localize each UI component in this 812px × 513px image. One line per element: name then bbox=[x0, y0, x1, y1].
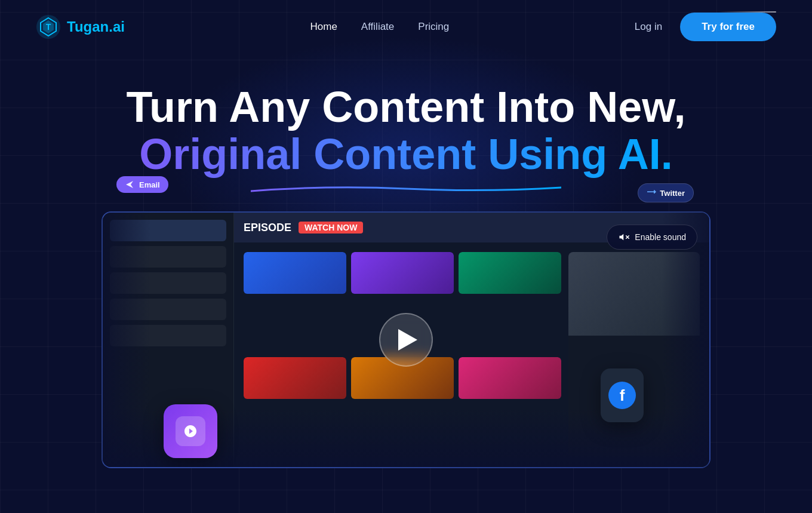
sidebar-item-4 bbox=[110, 299, 226, 320]
enable-sound-label: Enable sound bbox=[635, 232, 686, 242]
nav-link-home[interactable]: Home bbox=[310, 21, 337, 32]
video-header-text: EPISODE bbox=[244, 222, 291, 234]
video-header-highlight: WATCH NOW bbox=[299, 222, 363, 234]
muted-icon bbox=[618, 231, 630, 243]
badge-twitter: ⭢ Twitter bbox=[638, 183, 694, 202]
video-inner: EPISODE WATCH NOW bbox=[103, 213, 709, 467]
nav-links: Home Affiliate Pricing bbox=[310, 21, 449, 33]
face-panel bbox=[568, 252, 700, 336]
sidebar-item-1 bbox=[110, 220, 226, 241]
enable-sound-button[interactable]: Enable sound bbox=[607, 225, 697, 250]
thumb-5 bbox=[351, 357, 454, 457]
nav-item-home[interactable]: Home bbox=[310, 21, 337, 33]
thumb-1 bbox=[244, 252, 346, 352]
speaker-muted-icon bbox=[619, 232, 629, 242]
video-wrapper: EPISODE WATCH NOW bbox=[0, 193, 812, 468]
thumb-3 bbox=[459, 252, 561, 352]
login-button[interactable]: Log in bbox=[635, 21, 662, 33]
sidebar-item-2 bbox=[110, 246, 226, 268]
floating-app-badge bbox=[164, 404, 217, 458]
nav-link-pricing[interactable]: Pricing bbox=[418, 21, 449, 32]
badge-email-label: Email bbox=[139, 180, 160, 189]
facebook-icon: f bbox=[608, 382, 636, 409]
logo-icon: T bbox=[36, 14, 61, 39]
right-panel bbox=[568, 252, 700, 457]
navbar: T Tugan.ai Home Affiliate Pricing Log in… bbox=[0, 0, 812, 54]
hero-section: Turn Any Content Into New, Original Cont… bbox=[0, 54, 812, 193]
video-section: EPISODE WATCH NOW bbox=[102, 211, 710, 468]
hero-title: Turn Any Content Into New, Original Cont… bbox=[0, 84, 812, 178]
svg-text:T: T bbox=[46, 22, 51, 32]
main-panel: EPISODE WATCH NOW bbox=[234, 213, 709, 467]
app-inner-icon bbox=[183, 424, 198, 438]
play-button[interactable] bbox=[379, 313, 433, 367]
badge-email: Email bbox=[116, 176, 168, 193]
floating-facebook-badge: f bbox=[601, 368, 644, 422]
play-triangle-icon bbox=[398, 329, 417, 351]
nav-item-pricing[interactable]: Pricing bbox=[418, 21, 449, 33]
nav-item-affiliate[interactable]: Affiliate bbox=[361, 21, 394, 33]
hero-underline bbox=[251, 183, 561, 193]
logo-text: Tugan.ai bbox=[67, 19, 125, 35]
nav-link-affiliate[interactable]: Affiliate bbox=[361, 21, 394, 32]
cursor-icon: ⭢ bbox=[647, 188, 656, 198]
arrow-icon bbox=[125, 180, 134, 189]
thumb-6 bbox=[459, 357, 561, 457]
sidebar-item-3 bbox=[110, 272, 226, 294]
app-icon bbox=[176, 416, 205, 446]
hero-title-line1: Turn Any Content Into New, bbox=[126, 83, 685, 131]
hero-title-line2: Original Content Using AI. bbox=[139, 130, 672, 178]
nav-right: Log in Try for free bbox=[635, 13, 776, 41]
logo[interactable]: T Tugan.ai bbox=[36, 14, 125, 39]
sidebar-item-5 bbox=[110, 325, 226, 346]
thumb-4 bbox=[244, 357, 346, 457]
video-content bbox=[234, 242, 709, 467]
badge-twitter-label: Twitter bbox=[660, 189, 685, 198]
try-free-button[interactable]: Try for free bbox=[680, 13, 776, 41]
